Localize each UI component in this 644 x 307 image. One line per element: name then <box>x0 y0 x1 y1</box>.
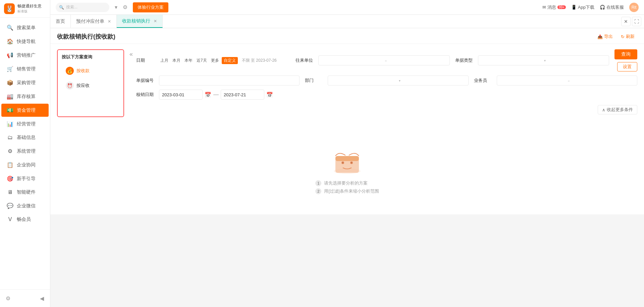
dept-arrow-icon: ▾ <box>399 79 466 83</box>
system-nav-icon: ⚙ <box>7 148 13 154</box>
export-button[interactable]: 📤 导出 <box>595 32 615 41</box>
sidebar-item-label-guide: 新手引导 <box>17 176 36 182</box>
tab-verify-close[interactable]: ✕ <box>154 19 157 23</box>
date-custom[interactable]: 自定义 <box>222 57 238 64</box>
verifydate-from-cal-icon[interactable]: 📅 <box>205 92 211 98</box>
app-download-btn[interactable]: 📱 App下载 <box>571 4 594 10</box>
export-icon: 📤 <box>597 34 603 39</box>
main-area: 🔍 搜索... ▾ ⚙ 体验行业方案 ✉ 消息 99+ 📱 App下载 🎧 在线… <box>50 0 644 307</box>
partner-label: 往来单位 <box>296 57 316 63</box>
tabs-bar: 首页 预付冲应付单 ✕ 收款核销执行 ✕ ✕ ⛶ <box>50 15 644 28</box>
sidebar-item-quicknav[interactable]: 🏠 快捷导航 <box>1 35 49 48</box>
filter-option-by-receivable[interactable]: ⏰ 按应收 <box>62 79 119 92</box>
verifydate-input-wrap: 📅 — 📅 <box>159 90 273 100</box>
sidebar-item-member[interactable]: V 畅会员 <box>1 213 49 226</box>
date-last-month[interactable]: 上月 <box>159 57 170 64</box>
sidebar-item-search[interactable]: 🔍 搜索菜单 <box>1 21 49 34</box>
page-header: 收款核销执行(按收款) 📤 导出 ↻ 刷新 <box>50 28 644 44</box>
settings-button[interactable]: 设置 <box>617 62 637 71</box>
date-this-year[interactable]: 本年 <box>183 57 194 64</box>
topbar-gear-icon[interactable]: ⚙ <box>123 4 127 10</box>
collapse-panel-btn[interactable]: « <box>129 49 136 117</box>
tab-home[interactable]: 首页 <box>50 15 71 28</box>
purchase-nav-icon: 📦 <box>7 80 13 86</box>
sidebar-item-marketing[interactable]: 📢 营销推广 <box>1 49 49 62</box>
sidebar-item-guide[interactable]: 🎯 新手引导 <box>1 172 49 185</box>
close-tab-btn[interactable]: ✕ <box>621 17 631 26</box>
sidebar-item-inventory[interactable]: 🏭 库存核算 <box>1 90 49 103</box>
sidebar-item-collab[interactable]: 📋 企业协同 <box>1 158 49 171</box>
collab-nav-icon: 📋 <box>7 162 13 168</box>
sidebar-item-hardware[interactable]: 🖥 智能硬件 <box>1 186 49 199</box>
sidebar-item-label-purchase: 采购管理 <box>17 80 36 86</box>
date-shortcuts: 上月 本月 本年 近7天 更多 自定义 <box>159 57 238 64</box>
filter-panel-title: 按以下方案查询 <box>62 54 119 60</box>
logo: 🐰 畅捷通好生意 标准版 <box>0 0 50 18</box>
wechat-nav-icon: 💬 <box>7 203 13 209</box>
page-container: 收款核销执行(按收款) 📤 导出 ↻ 刷新 按以下方案查询 <box>50 28 644 214</box>
topbar-search-placeholder: 搜索... <box>66 4 77 10</box>
refresh-icon: ↻ <box>621 34 625 39</box>
topbar-chevron-icon[interactable]: ▾ <box>115 4 117 10</box>
sidebar-item-label-operation: 经营管理 <box>17 121 36 127</box>
filter-group-date: 日期 上月 本月 本年 近7天 更多 自定义 不限 至 <box>136 57 290 64</box>
filter-group-dept: 部门 ▾ <box>305 75 468 86</box>
staff-dots-btn[interactable]: ··· <box>568 78 634 83</box>
more-conditions-button[interactable]: ∧ 收起更多条件 <box>598 105 637 114</box>
date-more[interactable]: 更多 <box>210 57 220 64</box>
sales-nav-icon: 🛒 <box>7 66 13 72</box>
export-label: 导出 <box>604 34 613 40</box>
filter-group-docno: 单据编号 <box>136 75 300 86</box>
tab-verify[interactable]: 收款核销执行 ✕ <box>117 15 163 28</box>
app-download-icon: 📱 <box>571 5 577 10</box>
filter-option-receipt-label: 按收款 <box>76 68 90 74</box>
tab-prepay-close[interactable]: ✕ <box>108 19 111 24</box>
message-btn[interactable]: ✉ 消息 99+ <box>542 4 566 10</box>
online-service-btn[interactable]: 🎧 在线客服 <box>600 4 624 10</box>
docno-label: 单据编号 <box>136 78 156 84</box>
partner-select[interactable]: ··· <box>318 55 449 65</box>
headset-icon: 🎧 <box>600 5 605 10</box>
page-header-actions: 📤 导出 ↻ 刷新 <box>595 32 637 41</box>
verifydate-to-cal-icon[interactable]: 📅 <box>266 92 273 98</box>
member-nav-icon: V <box>7 216 13 222</box>
refresh-button[interactable]: ↻ 刷新 <box>618 32 637 41</box>
page-title: 收款核销执行(按收款) <box>57 33 115 41</box>
message-icon: ✉ <box>542 5 546 10</box>
settings-bottom-btn[interactable]: ⚙ <box>3 293 13 304</box>
partner-dots-btn[interactable]: ··· <box>385 58 447 63</box>
fullscreen-tab-btn[interactable]: ⛶ <box>632 17 641 26</box>
user-avatar[interactable]: Rit <box>629 3 639 12</box>
sidebar-item-label-collab: 企业协同 <box>17 162 36 168</box>
sidebar-item-wechat[interactable]: 💬 企业微信 <box>1 199 49 212</box>
dept-select[interactable]: ▾ <box>328 75 468 86</box>
empty-tip-1: 1 请先选择要分析的方案 <box>315 180 379 186</box>
collapse-sidebar-btn[interactable]: ◀ <box>37 293 47 304</box>
staff-select[interactable]: ··· <box>497 75 637 86</box>
sidebar-item-purchase[interactable]: 📦 采购管理 <box>1 76 49 89</box>
industry-solution-button[interactable]: 体验行业方案 <box>133 2 168 12</box>
sidebar-item-sales[interactable]: 🛒 销售管理 <box>1 62 49 75</box>
sidebar-item-basic[interactable]: 🗂 基础信息 <box>1 131 49 144</box>
tab-prepay[interactable]: 预付冲应付单 ✕ <box>71 15 117 28</box>
verifydate-to-input[interactable] <box>221 90 264 100</box>
query-button[interactable]: 查询 <box>614 49 637 59</box>
sidebar-item-label-member: 畅会员 <box>17 216 31 222</box>
filter-option-by-receipt[interactable]: 💰 按收款 <box>62 64 119 78</box>
topbar-search-box[interactable]: 🔍 搜索... <box>56 3 109 12</box>
doctype-select[interactable]: ▾ <box>478 55 609 65</box>
verifydate-from-input[interactable] <box>159 90 203 100</box>
filter-row-3: 核销日期 📅 — 📅 <box>136 90 637 100</box>
sidebar-item-label-sales: 销售管理 <box>17 66 36 72</box>
date-7days[interactable]: 近7天 <box>195 57 208 64</box>
filter-group-verifydate: 核销日期 📅 — 📅 <box>136 90 637 100</box>
more-conditions-icon: ∧ <box>602 107 605 112</box>
app-name: 畅捷通好生意 <box>17 4 42 9</box>
sidebar-item-system[interactable]: ⚙ 系统管理 <box>1 145 49 158</box>
sidebar-item-operation[interactable]: 📊 经营管理 <box>1 117 49 131</box>
docno-input[interactable] <box>159 75 300 86</box>
empty-illustration <box>327 143 367 176</box>
tip1-text: 请先选择要分析的方案 <box>324 180 368 186</box>
date-this-month[interactable]: 本月 <box>171 57 182 64</box>
sidebar-item-finance[interactable]: 💵 资金管理 <box>1 104 49 117</box>
